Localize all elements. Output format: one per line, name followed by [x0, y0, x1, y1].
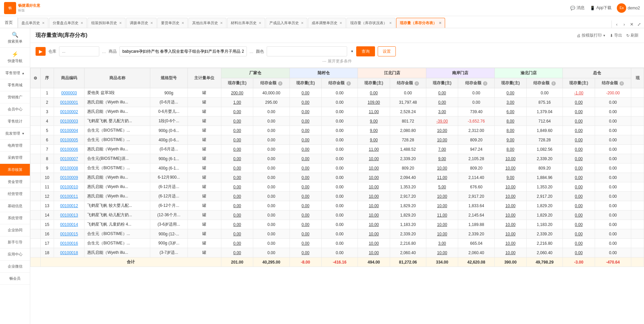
sidebar-item-retail-shop[interactable]: 零售商城	[0, 79, 30, 91]
tab-maximize-button[interactable]: ⤢	[635, 20, 643, 28]
filter-toggle-button[interactable]: ▶	[36, 47, 46, 56]
tab-2[interactable]: 分量盘点单历史✕	[49, 18, 87, 28]
sidebar-item-operations[interactable]: 经营管理	[0, 188, 30, 200]
tab-4[interactable]: 调拨单历史✕	[126, 18, 157, 28]
tab-close-1[interactable]: ✕	[42, 21, 45, 25]
col-name-cell: 惠氏启能（Wyeth illu...	[85, 145, 150, 154]
sidebar-item-marketing[interactable]: 营销推广	[0, 91, 30, 103]
jiangbei-amount-info-icon[interactable]: i	[415, 81, 419, 86]
nanan-amount-cell: 947.24	[458, 145, 495, 154]
warehouse-dots[interactable]: ...	[102, 49, 106, 54]
color-dropdown-icon[interactable]: ▼	[351, 50, 354, 53]
lushan-amount-cell: 0.00	[321, 201, 358, 211]
sidebar-item-quicknav[interactable]: ⚡ 快捷导航	[0, 48, 30, 67]
factory-amount-info-icon[interactable]: i	[278, 81, 282, 86]
lushan-amount-info-icon[interactable]: i	[346, 81, 351, 86]
tab-home[interactable]: 首页	[0, 17, 18, 28]
query-button[interactable]: 查询	[356, 46, 375, 56]
total-stock-cell: 0.00	[563, 154, 595, 164]
col-spec-cell: (12-36个月...	[150, 211, 188, 220]
sidebar-item-purchase[interactable]: 采购管理	[0, 152, 30, 164]
sidebar-item-member[interactable]: 会员中心	[0, 103, 30, 115]
lushan-amount-cell: 0.00	[321, 135, 358, 145]
refresh-button[interactable]: ↻ 刷新	[626, 33, 639, 38]
yubei-amount-cell: 1,353.20	[526, 182, 563, 192]
col-name-header: 商品名称	[85, 68, 150, 88]
lushan-stock-cell: 0.00	[289, 88, 321, 98]
col-code-cell: 00100015	[54, 229, 85, 239]
nanan-amount-info-icon[interactable]: i	[483, 81, 487, 86]
print-button[interactable]: 🖨 按模版打印 ▼	[577, 33, 606, 38]
tab-close-11[interactable]: ✕	[439, 21, 441, 25]
tab-close-8[interactable]: ✕	[301, 21, 304, 25]
sidebar-item-weixin[interactable]: 企业微信	[0, 261, 30, 273]
col-no-cell: 18	[41, 248, 54, 258]
tab-5[interactable]: 要货单历史✕	[157, 18, 188, 28]
sidebar-item-inventory[interactable]: 库存核算	[0, 164, 30, 176]
lushan-amount-cell: 0.00	[321, 239, 358, 248]
tab-9[interactable]: 成本调整单历史✕	[308, 18, 346, 28]
summary-current	[631, 258, 644, 267]
product-input[interactable]	[119, 46, 247, 56]
col-unit-cell: 罐	[187, 248, 221, 258]
tab-close-10[interactable]: ✕	[389, 21, 392, 25]
tab-close-3[interactable]: ✕	[119, 21, 122, 25]
sidebar-item-retail-stats[interactable]: 零售统计	[0, 115, 30, 128]
message-button[interactable]: 💬 消息	[570, 5, 585, 11]
yubei-amount-info-icon[interactable]: i	[551, 81, 556, 86]
col-settings[interactable]: ⚙	[31, 68, 41, 88]
sidebar-item-search[interactable]: 🔍 搜索英单	[0, 28, 30, 48]
warehouse-input[interactable]	[59, 46, 99, 56]
tab-close-7[interactable]: ✕	[259, 21, 261, 25]
tab-3[interactable]: 组装拆卸单历史✕	[88, 18, 125, 28]
col-code-cell: 00100011	[54, 192, 85, 201]
tab-11[interactable]: 现存量（库存分布表）✕	[396, 18, 445, 28]
total-amount-info-icon[interactable]: i	[620, 81, 624, 86]
sidebar-item-finance[interactable]: 资金管理	[0, 176, 30, 188]
export-button[interactable]: ⬇ 导出	[610, 33, 622, 38]
color-input[interactable]	[267, 46, 347, 56]
yubei-stock-cell: 9.00	[494, 135, 526, 145]
sidebar-item-system[interactable]: 系统管理	[0, 212, 30, 224]
factory-stock-cell: 0.00	[221, 145, 253, 154]
tab-prev-button[interactable]: ‹	[613, 20, 621, 28]
app-download-button[interactable]: 📱 App下载	[590, 5, 611, 11]
tab-8[interactable]: 产成品入库单历史✕	[266, 18, 307, 28]
jiangbei-amount-cell: 2,339.20	[390, 229, 426, 239]
sidebar-item-retail[interactable]: 零售管理 ▲	[0, 67, 30, 79]
factory-amount-cell: 0.00	[253, 229, 290, 239]
user-profile[interactable]: Ea demo2	[617, 3, 640, 13]
tab-7[interactable]: 材料出库单历史✕	[227, 18, 265, 28]
settings-button[interactable]: 设置	[378, 46, 396, 56]
tab-close-9[interactable]: ✕	[339, 21, 342, 25]
tab-close-all-button[interactable]: ✕	[628, 20, 635, 28]
tab-6[interactable]: 其他出库单历史✕	[189, 18, 226, 28]
tab-1[interactable]: 盘点单历史✕	[18, 18, 48, 28]
col-unit-cell: 罐	[187, 98, 221, 107]
jiangbei-amount-cell: 2,917.20	[390, 192, 426, 201]
sidebar-item-member2[interactable]: 畅会员	[0, 273, 30, 285]
sidebar-item-guide[interactable]: 新手引导	[0, 236, 30, 248]
product-dots[interactable]: ...	[250, 49, 254, 54]
factory-stock-cell: 0.00	[221, 220, 253, 229]
tab-close-2[interactable]: ✕	[80, 21, 83, 25]
sidebar-item-wholesale[interactable]: 批发管理 ▼	[0, 128, 30, 140]
col-spec-cell: 900g	[150, 88, 188, 98]
top-right-area: 💬 消息 📱 App下载 Ea demo2	[570, 3, 640, 13]
sidebar-item-basic[interactable]: 基础信息	[0, 200, 30, 212]
tab-10[interactable]: 现存量（库存状况表）✕	[346, 18, 395, 28]
col-spec-cell: 0-6月婴儿...	[150, 107, 188, 117]
sidebar-item-corp[interactable]: 企业协同	[0, 224, 30, 236]
tab-close-6[interactable]: ✕	[220, 21, 223, 25]
yubei-amount-cell: 0.00	[526, 88, 563, 98]
sidebar-item-appcenter[interactable]: 应用中心	[0, 248, 30, 261]
filter-expand-button[interactable]: ⋯ 展开更多条件	[36, 58, 639, 64]
col-code-cell: 00100001	[54, 98, 85, 107]
tab-next-button[interactable]: ›	[621, 20, 628, 28]
jiangbei-amount-header: 结存金额 i	[390, 78, 426, 88]
tab-close-4[interactable]: ✕	[150, 21, 153, 25]
current-cell	[631, 182, 644, 192]
tab-close-5[interactable]: ✕	[181, 21, 184, 25]
summary-total-amount: -470.64	[595, 258, 631, 267]
sidebar-item-ecommerce[interactable]: 电商管理	[0, 140, 30, 152]
